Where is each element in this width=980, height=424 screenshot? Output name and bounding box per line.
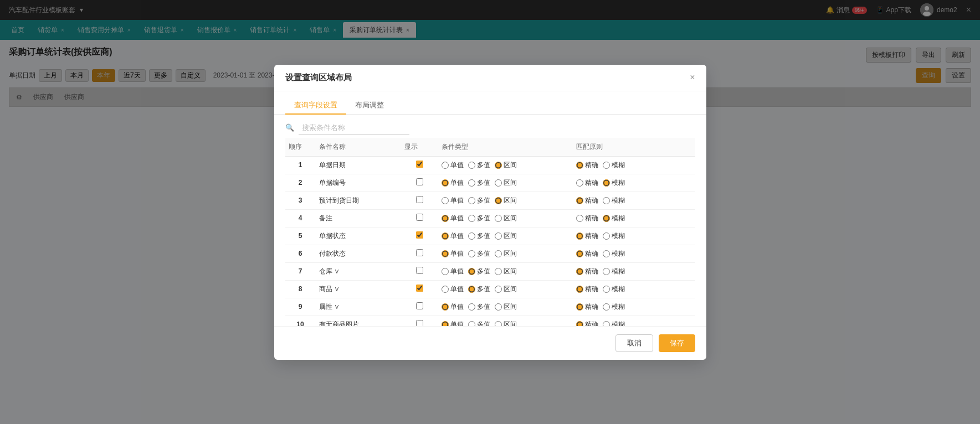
dialog: 设置查询区域布局 × 查询字段设置 布局调整 🔍 顺序 条件名称 xyxy=(274,65,706,114)
dialog-overlay: 设置查询区域布局 × 查询字段设置 布局调整 🔍 顺序 条件名称 xyxy=(0,0,980,113)
dialog-title: 设置查询区域布局 xyxy=(285,73,352,83)
tab-fields-label: 查询字段设置 xyxy=(294,101,337,109)
dialog-close-btn[interactable]: × xyxy=(690,73,695,82)
tab-fields[interactable]: 查询字段设置 xyxy=(285,97,346,114)
tab-layout-label: 布局调整 xyxy=(355,101,384,109)
tab-layout[interactable]: 布局调整 xyxy=(346,97,393,114)
dialog-tabs: 查询字段设置 布局调整 xyxy=(274,91,706,114)
dialog-header: 设置查询区域布局 × xyxy=(274,65,706,91)
